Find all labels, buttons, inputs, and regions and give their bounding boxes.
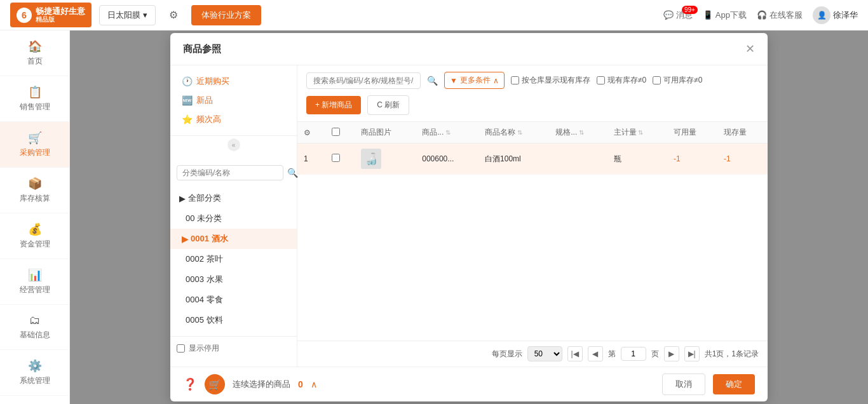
page-total-info: 共1页，1条记录 [705, 349, 759, 360]
filter-new[interactable]: 🆕 新品 [177, 91, 290, 110]
checkbox-nonzero[interactable]: 现有库存≠0 [597, 75, 646, 86]
checkbox-by-warehouse[interactable]: 按仓库显示现有库存 [511, 75, 590, 86]
category-all-label: 全部分类 [188, 192, 221, 204]
page-first-button[interactable]: |◀ [567, 346, 583, 361]
page-number-input[interactable] [621, 347, 646, 361]
category-0002[interactable]: 0002 茶叶 [170, 249, 297, 269]
page-size-select[interactable]: 50 10 20 100 [527, 346, 562, 361]
filter-frequent[interactable]: ⭐ 频次高 [177, 110, 290, 129]
product-thumbnail: 🍶 [361, 149, 381, 169]
sales-icon: 📋 [28, 85, 42, 99]
sidebar-item-system[interactable]: ⚙️ 系统管理 [0, 350, 69, 396]
show-disabled-checkbox[interactable] [177, 344, 185, 353]
show-disabled-label: 显示停用 [189, 343, 219, 354]
sidebar-item-home[interactable]: 🏠 首页 [0, 30, 69, 76]
right-toolbar: 🔍 ▼ 更多条件 ∧ 按仓库显示现有库存 [297, 65, 768, 122]
product-search-icon[interactable]: 🔍 [427, 76, 438, 86]
left-panel: 🕐 近期购买 🆕 新品 ⭐ 频次高 [170, 65, 297, 367]
refresh-button[interactable]: C 刷新 [367, 95, 409, 115]
modal-body: 🕐 近期购买 🆕 新品 ⭐ 频次高 [170, 65, 768, 367]
sidebar-item-sales[interactable]: 📋 销售管理 [0, 76, 69, 122]
modal-title: 商品参照 [183, 43, 221, 55]
help-icon[interactable]: ❓ [183, 377, 197, 391]
col-code[interactable]: 商品... [416, 122, 478, 144]
modal-product-reference: 商品参照 ✕ 🕐 近期购买 🆕 [170, 33, 768, 401]
app-download-button[interactable]: 📱 App下载 [703, 10, 747, 21]
category-0004[interactable]: 0004 零食 [170, 290, 297, 310]
cell-name: 白酒100ml [478, 144, 549, 175]
nonzero-checkbox[interactable] [597, 76, 605, 84]
select-all-checkbox[interactable] [332, 128, 340, 136]
sidebar-label-home: 首页 [27, 56, 43, 67]
content-area: 商品参照 ✕ 🕐 近期购买 🆕 [70, 30, 868, 404]
sidebar-item-inventory[interactable]: 📦 库存核算 [0, 168, 69, 213]
page-next-button[interactable]: ▶ [664, 346, 679, 361]
checkbox-usable-nonzero[interactable]: 可用库存≠0 [653, 75, 702, 86]
cell-unit: 瓶 [607, 144, 667, 175]
category-0005[interactable]: 0005 饮料 [170, 310, 297, 330]
filter-recent-label: 近期购买 [196, 76, 229, 87]
product-table: ⚙ 商品图片 商品... 商品名称 规格... 主计量 可用量 现存量 [297, 122, 768, 175]
messages-button[interactable]: 💬 消息 99+ [663, 10, 693, 21]
sidebar-item-basic[interactable]: 🗂 基础信息 [0, 305, 69, 350]
category-search-input[interactable] [177, 165, 283, 180]
sidebar-item-enterprise[interactable]: 🏢 企业协同 [0, 396, 69, 404]
category-00[interactable]: 00 未分类 [170, 208, 297, 229]
confirm-button[interactable]: 确定 [713, 374, 755, 394]
cell-checkbox[interactable] [325, 144, 355, 175]
table-row[interactable]: 1 🍶 000600... 白酒100ml 瓶 [297, 144, 768, 175]
gear-icon[interactable]: ⚙ [163, 5, 184, 25]
usable-nonzero-checkbox[interactable] [653, 76, 661, 84]
category-0008[interactable]: 0008 水 [170, 330, 297, 336]
category-0002-label: 0002 茶叶 [186, 253, 223, 265]
product-search-input[interactable] [306, 72, 421, 89]
dropdown-company[interactable]: 日太阳膜 ▾ [99, 5, 156, 25]
category-search-row: 🔍 [170, 160, 297, 185]
col-available: 可用量 [667, 122, 717, 144]
cancel-button[interactable]: 取消 [662, 374, 705, 395]
basic-icon: 🗂 [29, 314, 41, 327]
sidebar-label-sales: 销售管理 [20, 102, 50, 112]
collapse-footer-icon[interactable]: ∧ [311, 379, 317, 389]
sidebar-item-finance[interactable]: 💰 资金管理 [0, 213, 69, 259]
user-profile[interactable]: 👤 徐泽华 [813, 6, 858, 24]
category-all[interactable]: ▶ 全部分类 [170, 188, 297, 208]
col-name[interactable]: 商品名称 [478, 122, 549, 144]
modal-close-button[interactable]: ✕ [745, 42, 755, 56]
category-search-icon[interactable]: 🔍 [287, 168, 298, 178]
phone-icon: 📱 [703, 10, 713, 20]
cart-button[interactable]: 🛒 [205, 374, 225, 394]
home-icon: 🏠 [28, 39, 42, 53]
col-image: 商品图片 [355, 122, 416, 144]
right-panel: 🔍 ▼ 更多条件 ∧ 按仓库显示现有库存 [297, 65, 768, 367]
quick-filters: 🕐 近期购买 🆕 新品 ⭐ 频次高 [170, 72, 297, 136]
col-settings[interactable]: ⚙ [297, 122, 325, 144]
logo-icon: 6 [17, 8, 32, 23]
category-0003[interactable]: 0003 水果 [170, 269, 297, 290]
category-0001[interactable]: ▶ 0001 酒水 [170, 229, 297, 249]
clock-icon: 🕐 [182, 76, 193, 86]
col-unit[interactable]: 主计量 [607, 122, 667, 144]
page-label-2: 页 [651, 349, 659, 360]
chevron-up-icon: ∧ [493, 76, 499, 85]
add-product-button[interactable]: + 新增商品 [306, 96, 361, 114]
customer-service-button[interactable]: 🎧 在线客服 [757, 10, 803, 21]
more-filters-button[interactable]: ▼ 更多条件 ∧ [444, 72, 505, 89]
col-spec[interactable]: 规格... [549, 122, 607, 144]
filter-recent[interactable]: 🕐 近期购买 [177, 72, 290, 91]
sidebar-label-finance: 资金管理 [20, 239, 50, 250]
sidebar-item-purchase[interactable]: 🛒 采购管理 [0, 122, 69, 168]
message-badge: 99+ [682, 6, 698, 14]
modal-overlay[interactable]: 商品参照 ✕ 🕐 近期购买 🆕 [70, 30, 868, 404]
collapse-button[interactable]: « [227, 138, 240, 151]
sidebar-item-operations[interactable]: 📊 经营管理 [0, 259, 69, 305]
page-last-button[interactable]: ▶| [684, 346, 700, 361]
purchase-icon: 🛒 [28, 131, 42, 145]
page-prev-button[interactable]: ◀ [588, 346, 603, 361]
row-checkbox[interactable] [332, 154, 340, 162]
category-00-label: 00 未分类 [186, 213, 222, 224]
by-warehouse-checkbox[interactable] [511, 76, 519, 84]
logo[interactable]: 6 畅捷通好生意 精品版 [10, 3, 92, 28]
cell-image: 🍶 [355, 144, 416, 175]
trial-button[interactable]: 体验行业方案 [191, 5, 261, 25]
